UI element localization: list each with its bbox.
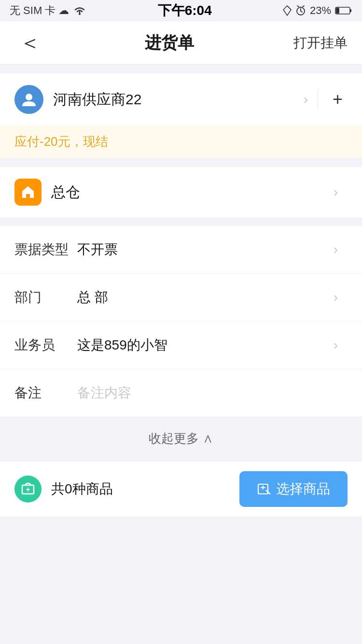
warehouse-icon-wrap xyxy=(14,179,42,206)
remark-input[interactable]: 备注内容 xyxy=(77,384,348,402)
open-pending-button[interactable]: 打开挂单 xyxy=(293,34,348,52)
salesperson-chevron-icon: › xyxy=(334,337,338,353)
status-left: 无 SIM 卡 ☁ xyxy=(10,3,86,18)
remark-label: 备注 xyxy=(14,384,77,402)
product-count: 共0种商品 xyxy=(51,480,239,498)
lower-area xyxy=(0,517,362,644)
select-product-label: 选择商品 xyxy=(276,480,330,498)
form-section: 票据类型 不开票 › 部门 总 部 › 业务员 这是859的小智 › 备注 备注… xyxy=(0,226,362,417)
vertical-separator xyxy=(318,90,318,109)
bottom-bar: 共0种商品 选择商品 xyxy=(0,462,362,517)
bill-type-value: 不开票 xyxy=(77,240,334,259)
back-button[interactable]: ＜ xyxy=(14,24,45,62)
warehouse-chevron-icon: › xyxy=(334,184,338,200)
home-icon xyxy=(20,184,36,200)
salesperson-value: 这是859的小智 xyxy=(77,336,334,354)
wifi-icon xyxy=(73,6,86,15)
alarm-icon xyxy=(295,5,306,16)
dept-label: 部门 xyxy=(14,288,77,307)
status-time: 下午6:04 xyxy=(158,1,212,20)
svg-line-3 xyxy=(301,11,302,12)
location-icon xyxy=(283,5,292,16)
supplier-avatar xyxy=(14,85,43,114)
svg-rect-7 xyxy=(350,9,351,12)
salesperson-label: 业务员 xyxy=(14,336,77,354)
salesperson-row[interactable]: 业务员 这是859的小智 › xyxy=(0,322,362,369)
cart-icon xyxy=(20,481,36,497)
dept-chevron-icon: › xyxy=(334,290,338,305)
supplier-row[interactable]: 河南供应商22 › + xyxy=(0,73,362,126)
bill-type-label: 票据类型 xyxy=(14,240,77,259)
svg-point-9 xyxy=(26,94,32,100)
product-icon-wrap xyxy=(14,476,42,503)
svg-point-0 xyxy=(79,13,81,15)
supplier-chevron-icon: › xyxy=(304,92,308,107)
person-icon xyxy=(20,91,38,108)
add-button[interactable]: + xyxy=(328,89,348,110)
remark-row[interactable]: 备注 备注内容 xyxy=(0,369,362,417)
warehouse-row[interactable]: 总仓 › xyxy=(0,167,362,217)
select-product-icon xyxy=(257,482,271,496)
collapse-row[interactable]: 收起更多 ∧ xyxy=(0,417,362,461)
no-sim-label: 无 SIM 卡 ☁ xyxy=(10,3,69,18)
svg-rect-8 xyxy=(336,8,339,14)
status-bar: 无 SIM 卡 ☁ 下午6:04 23% xyxy=(0,0,362,21)
page-title: 进货单 xyxy=(145,32,194,54)
notice-text: 应付-20元，现结 xyxy=(14,134,108,149)
svg-line-4 xyxy=(297,6,299,7)
svg-line-5 xyxy=(303,6,304,7)
notice-bar: 应付-20元，现结 xyxy=(0,126,362,158)
supplier-name: 河南供应商22 xyxy=(53,90,304,110)
collapse-label: 收起更多 ∧ xyxy=(149,430,213,447)
select-product-button[interactable]: 选择商品 xyxy=(239,471,348,507)
battery-icon xyxy=(335,6,352,15)
bill-type-chevron-icon: › xyxy=(334,242,338,257)
dept-value: 总 部 xyxy=(77,288,334,307)
status-right: 23% xyxy=(283,4,352,17)
bill-type-row[interactable]: 票据类型 不开票 › xyxy=(0,226,362,274)
dept-row[interactable]: 部门 总 部 › xyxy=(0,274,362,322)
battery-label: 23% xyxy=(310,4,331,17)
top-gap xyxy=(0,65,362,73)
warehouse-name: 总仓 xyxy=(51,182,334,202)
supplier-section: 河南供应商22 › + 应付-20元，现结 xyxy=(0,73,362,158)
nav-bar: ＜ 进货单 打开挂单 xyxy=(0,21,362,65)
